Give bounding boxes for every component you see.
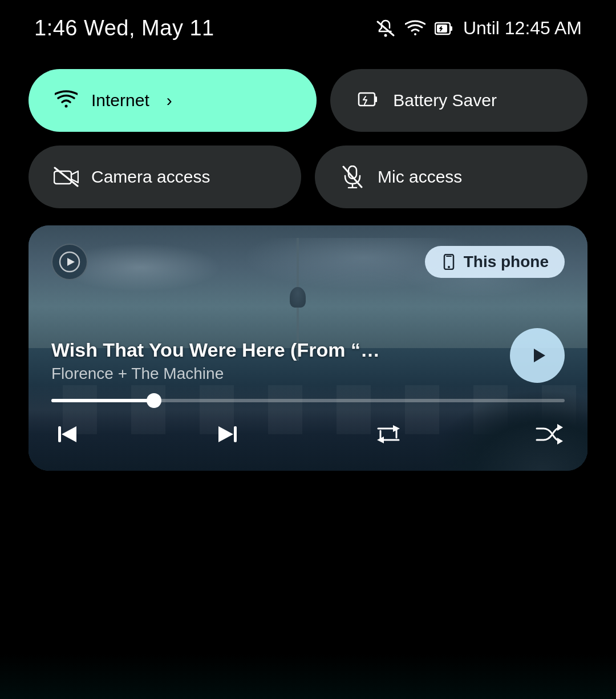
shuffle-button[interactable] (533, 418, 565, 450)
wifi-icon (405, 19, 425, 38)
media-title: Wish That You Were Here (From “Miss Pe… (51, 339, 394, 361)
mic-access-tile[interactable]: Mic access (315, 146, 587, 208)
quick-tiles: Internet › Battery Saver (0, 52, 616, 208)
mute-icon (375, 18, 396, 39)
tiles-row-2: Camera access Mic access (29, 146, 587, 208)
svg-rect-2 (450, 26, 452, 31)
camera-off-icon (54, 164, 79, 189)
media-app-icon (51, 244, 88, 280)
mic-access-tile-label: Mic access (378, 167, 462, 187)
svg-marker-9 (67, 258, 75, 266)
shuffle-icon (534, 422, 563, 447)
progress-thumb[interactable] (147, 393, 161, 408)
svg-marker-12 (534, 349, 545, 362)
media-artist: Florence + The Machine (51, 365, 499, 383)
this-phone-label: This phone (464, 253, 549, 271)
status-icons (375, 18, 453, 39)
media-controls-row (51, 418, 565, 450)
tiles-row-1: Internet › Battery Saver (29, 69, 587, 132)
svg-marker-20 (557, 424, 563, 431)
battery-icon (435, 19, 453, 38)
wifi-tile-icon (54, 88, 79, 113)
media-progress-section (51, 399, 565, 450)
internet-tile-label: Internet (91, 91, 149, 110)
bottom-reflection (0, 653, 616, 699)
media-top-row: This phone (51, 244, 565, 280)
skip-next-button[interactable] (212, 418, 244, 450)
play-circle-icon (59, 251, 80, 273)
media-text: Wish That You Were Here (From “Miss Pe… … (51, 339, 499, 383)
skip-previous-icon (55, 422, 80, 447)
svg-point-11 (448, 266, 450, 268)
camera-access-tile[interactable]: Camera access (29, 146, 301, 208)
svg-marker-16 (218, 426, 233, 442)
play-icon (526, 344, 549, 367)
progress-bar[interactable] (51, 399, 565, 402)
media-player-card: This phone Wish That You Were Here (From… (29, 225, 587, 471)
camera-access-tile-label: Camera access (91, 167, 210, 187)
svg-marker-14 (62, 426, 76, 442)
status-bar: 1:46 Wed, May 11 U (0, 0, 616, 52)
internet-tile[interactable]: Internet › (29, 69, 317, 132)
repeat-button[interactable] (372, 418, 404, 450)
battery-until-text: Until 12:45 AM (463, 18, 582, 39)
media-info: Wish That You Were Here (From “Miss Pe… … (51, 328, 565, 383)
repeat-icon (375, 422, 402, 447)
skip-previous-button[interactable] (51, 418, 83, 450)
this-phone-button[interactable]: This phone (425, 246, 565, 278)
phone-icon (441, 254, 457, 270)
skip-next-icon (215, 422, 240, 447)
status-time: 1:46 Wed, May 11 (34, 16, 214, 41)
battery-saver-tile[interactable]: Battery Saver (330, 69, 587, 132)
battery-saver-tile-label: Battery Saver (393, 91, 497, 110)
svg-point-0 (384, 34, 387, 37)
progress-fill (51, 399, 154, 402)
svg-rect-13 (58, 426, 61, 442)
svg-marker-19 (557, 438, 563, 445)
status-right: Until 12:45 AM (375, 18, 582, 39)
svg-rect-15 (234, 426, 237, 442)
mic-off-icon (340, 164, 365, 189)
battery-saver-icon (355, 88, 380, 113)
media-overlay: This phone Wish That You Were Here (From… (29, 225, 587, 471)
internet-tile-arrow: › (167, 91, 172, 110)
svg-rect-5 (375, 96, 377, 102)
play-pause-button[interactable] (510, 328, 565, 383)
